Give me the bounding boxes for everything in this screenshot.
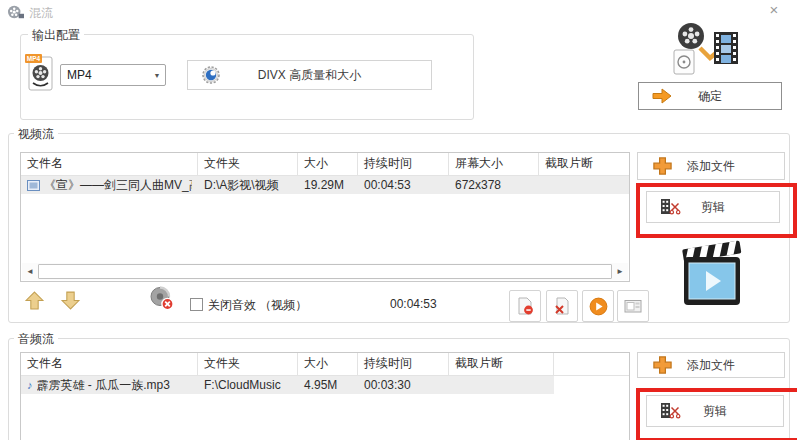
delete-file-icon [553,297,571,315]
video-row-filename: 《宣》——剑三同人曲MV_高清... [21,176,198,194]
video-table-header: 文件名 文件夹 大小 持续时间 屏幕大小 截取片断 [21,153,629,176]
clapperboard-icon [681,237,744,312]
audio-table-header: 文件名 文件夹 大小 持续时间 截取片断 [21,353,629,376]
move-down-button[interactable] [60,290,81,314]
col-folder[interactable]: 文件夹 [198,353,298,375]
video-file-table: 文件名 文件夹 大小 持续时间 屏幕大小 截取片断 《宣》——剑三同人曲MV_高… [20,152,630,282]
gear-icon [201,65,221,85]
audio-stream-label: 音频流 [14,331,58,348]
col-empty [554,353,629,375]
remove-file-button[interactable] [509,290,541,322]
output-config-label: 输出配置 [28,27,84,44]
music-note-icon: ♪ [27,380,33,391]
clip-scissors-icon [660,197,682,217]
selected-duration-text: 00:04:53 [390,297,437,311]
mp4-file-icon: MP4 [25,54,55,95]
ok-arrow-icon [652,88,672,104]
mux-dialog-window: 混流 × 输出配置 MP4 MP4 ▼ DIVX 高质 [0,0,797,440]
audio-clip-label: 剪辑 [703,403,727,420]
format-select-value: MP4 [61,68,149,82]
play-icon [589,297,608,316]
col-folder[interactable]: 文件夹 [198,153,298,175]
audio-clip-button[interactable]: 剪辑 [646,395,784,427]
audio-add-file-label: 添加文件 [687,357,735,374]
delete-file-button[interactable] [546,290,578,322]
mute-audio-icon [148,285,175,315]
window-title: 混流 [29,5,53,22]
col-filename[interactable]: 文件名 [21,153,198,175]
properties-icon [624,297,642,315]
audio-row-clip [449,376,554,394]
ok-button[interactable]: 确定 [638,82,782,110]
chevron-down-icon: ▼ [149,72,165,79]
preview-play-button[interactable] [582,290,614,322]
video-add-file-label: 添加文件 [687,158,735,175]
audio-row-filename: ♪ 霹雳英雄 - 瓜瓜一族.mp3 [21,376,198,394]
format-select[interactable]: MP4 ▼ [60,64,166,86]
mute-video-checkbox[interactable] [190,298,203,311]
app-icon [7,4,25,23]
mute-video-checkbox-label: 关闭音效 （视频） [208,297,307,314]
video-horizontal-scrollbar: ◄ ► [22,263,628,280]
audio-table-row[interactable]: ♪ 霹雳英雄 - 瓜瓜一族.mp3 F:\CloudMusic 4.95M 00… [21,376,629,394]
col-filename[interactable]: 文件名 [21,353,198,375]
clip-scissors-icon [660,401,682,421]
add-plus-icon [651,355,674,376]
video-row-clip [539,176,629,194]
col-size[interactable]: 大小 [298,353,358,375]
audio-row-empty [554,376,629,394]
video-table-row[interactable]: 《宣》——剑三同人曲MV_高清... D:\A影视\视频 19.29M 00:0… [21,176,629,194]
add-plus-icon [651,156,674,177]
video-stream-label: 视频流 [14,126,58,143]
profile-button-label: DIVX 高质量和大小 [258,67,361,84]
remove-file-icon [516,297,534,315]
video-row-duration: 00:04:53 [358,176,449,194]
video-clip-button[interactable]: 剪辑 [646,191,780,223]
ok-button-label: 确定 [698,88,722,105]
audio-row-size: 4.95M [298,376,358,394]
mp4-badge-text: MP4 [27,55,41,62]
col-screensize[interactable]: 屏幕大小 [449,153,539,175]
audio-file-table: 文件名 文件夹 大小 持续时间 截取片断 ♪ 霹雳英雄 - 瓜瓜一族.mp3 F… [20,352,630,440]
col-clip[interactable]: 截取片断 [449,353,554,375]
scrollbar-thumb[interactable] [38,264,612,279]
audio-row-folder: F:\CloudMusic [198,376,298,394]
video-row-folder: D:\A影视\视频 [198,176,298,194]
move-up-button[interactable] [24,290,45,314]
video-clip-label: 剪辑 [701,199,725,216]
col-size[interactable]: 大小 [298,153,358,175]
video-row-screensize: 672x378 [449,176,539,194]
audio-row-duration: 00:03:30 [358,376,449,394]
audio-add-file-button[interactable]: 添加文件 [637,352,785,378]
profile-button[interactable]: DIVX 高质量和大小 [187,60,432,90]
scroll-right-icon[interactable]: ► [612,267,628,276]
scroll-left-icon[interactable]: ◄ [22,267,38,276]
col-duration[interactable]: 持续时间 [358,153,449,175]
video-add-file-button[interactable]: 添加文件 [637,152,785,180]
video-file-icon [27,179,40,192]
video-row-size: 19.29M [298,176,358,194]
mux-icon [664,20,742,79]
col-clip[interactable]: 截取片断 [539,153,629,175]
properties-button[interactable] [617,290,649,322]
col-duration[interactable]: 持续时间 [358,353,449,375]
close-icon[interactable]: × [765,2,783,20]
